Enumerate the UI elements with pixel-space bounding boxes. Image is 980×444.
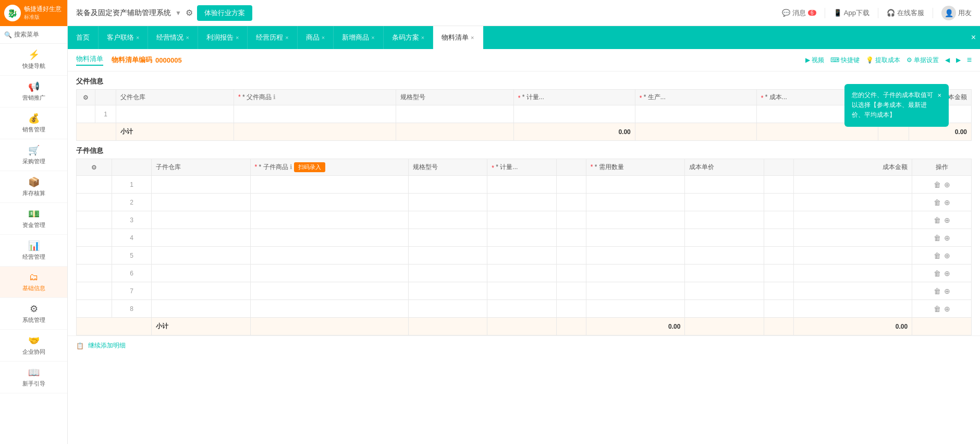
sidebar-item-operations[interactable]: 📊 经营管理 [0,235,67,267]
sidebar-item-inventory[interactable]: 📦 库存核算 [0,171,67,203]
tab-bom-close[interactable]: × [471,34,474,41]
tab-barcode-close[interactable]: × [421,34,424,41]
child-row5-spec[interactable] [408,247,487,265]
app-download-item[interactable]: 📱 App下载 [834,8,869,18]
child-row6-unit-cost[interactable] [685,265,764,282]
child-row2-product[interactable] [250,194,408,211]
child-row6-warehouse[interactable] [152,265,251,282]
child-row8-qty[interactable] [586,300,685,318]
extract-cost-action[interactable]: 💡 提取成本 [866,56,900,65]
child-row6-spec[interactable] [408,265,487,282]
child-row4-warehouse[interactable] [152,229,251,247]
sidebar-item-system[interactable]: ⚙ 系统管理 [0,298,67,330]
delete-icon-row4[interactable]: 🗑 [934,234,941,242]
single-settings-action[interactable]: ⚙ 单据设置 [906,56,939,65]
child-row7-qty[interactable] [586,282,685,300]
child-row2-spec[interactable] [408,194,487,211]
child-row4-qty[interactable] [586,229,685,247]
copy-icon-row5[interactable]: ⊕ [944,251,950,260]
sub-tab-bom[interactable]: 物料清单 [76,54,103,66]
copy-icon-row1[interactable]: ⊕ [944,181,950,189]
online-service-item[interactable]: 🎧 在线客服 [887,8,924,18]
child-row8-spec[interactable] [408,300,487,318]
delete-icon-row1[interactable]: 🗑 [934,181,941,189]
copy-icon-row7[interactable]: ⊕ [944,287,950,295]
tab-history-close[interactable]: × [285,34,288,41]
copy-icon-row3[interactable]: ⊕ [944,216,950,224]
child-row5-unit-cost[interactable] [685,247,764,265]
parent-row1-production[interactable] [635,105,756,123]
tab-customer[interactable]: 客户联络 × [99,26,148,49]
tab-profit-close[interactable]: × [236,34,239,41]
settings-icon[interactable]: ⚙ [186,8,193,18]
child-row8-unit[interactable] [487,300,557,318]
tab-goods[interactable]: 商品 × [298,26,334,49]
child-row7-unit[interactable] [487,282,557,300]
child-row2-unit[interactable] [487,194,557,211]
parent-row1-spec[interactable] [396,105,513,123]
tab-close-all[interactable]: × [967,33,980,42]
nav-prev-icon[interactable]: ◀ [945,56,950,64]
sidebar-item-finance[interactable]: 💵 资金管理 [0,203,67,235]
child-row3-product[interactable] [250,211,408,229]
child-row7-spec[interactable] [408,282,487,300]
delete-icon-row2[interactable]: 🗑 [934,198,941,207]
child-row1-product[interactable] [250,176,408,194]
delete-icon-row7[interactable]: 🗑 [934,287,941,295]
scan-btn[interactable]: 扫码录入 [294,162,325,172]
sidebar-item-enterprise[interactable]: 🤝 企业协同 [0,330,67,362]
parent-row1-warehouse[interactable] [116,105,234,123]
tooltip-close-btn[interactable]: × [937,90,941,101]
child-row6-product[interactable] [250,265,408,282]
child-row1-warehouse[interactable] [152,176,251,194]
child-row8-warehouse[interactable] [152,300,251,318]
copy-icon-row6[interactable]: ⊕ [944,269,950,278]
child-row1-spec[interactable] [408,176,487,194]
delete-icon-row3[interactable]: 🗑 [934,216,941,224]
tab-operations-status-close[interactable]: × [186,34,189,41]
child-row5-product[interactable] [250,247,408,265]
sidebar-item-basic-info[interactable]: 🗂 基础信息 [0,267,67,298]
tab-customer-close[interactable]: × [136,34,139,41]
parent-row1-product[interactable] [234,105,396,123]
child-row3-warehouse[interactable] [152,211,251,229]
shortcut-action[interactable]: ⌨ 快捷键 [830,56,860,65]
child-row7-unit-cost[interactable] [685,282,764,300]
child-row5-unit[interactable] [487,247,557,265]
sidebar-item-marketing[interactable]: 📢 营销推广 [0,76,67,107]
user-item[interactable]: 👤 用友 [941,6,972,20]
tab-barcode[interactable]: 条码方案 × [384,26,433,49]
tab-profit[interactable]: 利润报告 × [198,26,248,49]
copy-icon-row2[interactable]: ⊕ [944,198,950,207]
nav-next-icon[interactable]: ▶ [956,56,961,64]
child-row1-unit-cost[interactable] [685,176,764,194]
copy-icon-row4[interactable]: ⊕ [944,234,950,242]
child-row4-product[interactable] [250,229,408,247]
child-row4-spec[interactable] [408,229,487,247]
child-row3-spec[interactable] [408,211,487,229]
child-row4-unit-cost[interactable] [685,229,764,247]
parent-row1-unit[interactable] [513,105,635,123]
child-row7-warehouse[interactable] [152,282,251,300]
sidebar-item-quick-nav[interactable]: ⚡ 快捷导航 [0,44,67,76]
sidebar-item-guide[interactable]: 📖 新手引导 [0,362,67,393]
dropdown-arrow-icon[interactable]: ▼ [175,9,181,17]
child-row2-warehouse[interactable] [152,194,251,211]
delete-icon-row5[interactable]: 🗑 [934,251,941,260]
footer-add-row[interactable]: 📋 继续添加明细 [68,335,980,355]
child-row5-qty[interactable] [586,247,685,265]
child-row6-qty[interactable] [586,265,685,282]
video-action[interactable]: ▶ 视频 [805,56,824,65]
sidebar-item-purchase[interactable]: 🛒 采购管理 [0,139,67,171]
child-row8-unit-cost[interactable] [685,300,764,318]
delete-icon-row6[interactable]: 🗑 [934,269,941,278]
tab-home[interactable]: 首页 [68,26,99,49]
child-row4-unit[interactable] [487,229,557,247]
child-row8-product[interactable] [250,300,408,318]
child-row3-unit-cost[interactable] [685,211,764,229]
menu-icon[interactable]: ≡ [967,55,972,65]
tab-add-goods[interactable]: 新增商品 × [334,26,383,49]
child-row2-unit-cost[interactable] [685,194,764,211]
sidebar-search[interactable]: 🔍 搜索菜单 [0,26,67,44]
child-row1-unit[interactable] [487,176,557,194]
